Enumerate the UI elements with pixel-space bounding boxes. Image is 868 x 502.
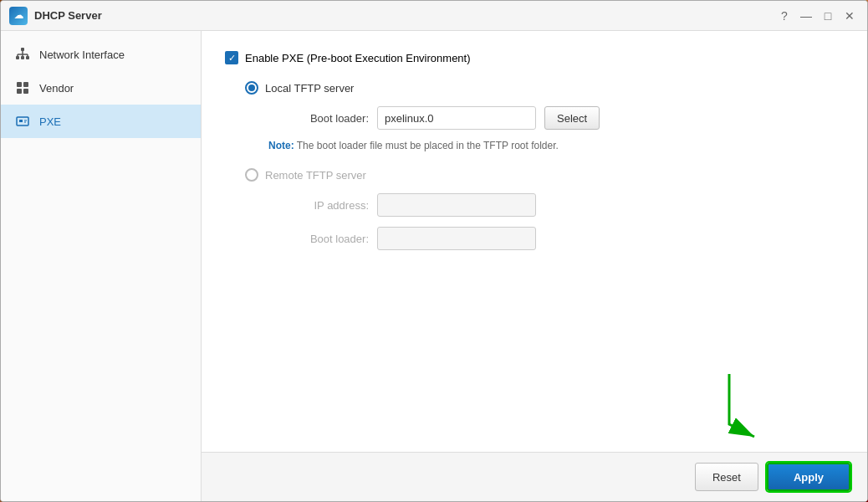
- reset-button[interactable]: Reset: [695, 463, 758, 491]
- sidebar-item-label-pxe: PXE: [39, 115, 61, 128]
- app-icon: ☁: [9, 7, 28, 25]
- window-title: DHCP Server: [34, 9, 775, 22]
- local-tftp-radio[interactable]: [245, 81, 258, 95]
- remote-tftp-fields: IP address: Boot loader:: [268, 193, 844, 250]
- ip-address-row: IP address:: [268, 193, 844, 217]
- dhcp-server-window: ☁ DHCP Server ? — □ ✕: [0, 0, 868, 502]
- local-tftp-row: Local TFTP server: [245, 81, 844, 95]
- help-button[interactable]: ?: [775, 7, 794, 25]
- ip-address-label: IP address:: [268, 199, 369, 212]
- ip-address-input[interactable]: [377, 193, 536, 217]
- sidebar: Network Interface Vendor: [1, 31, 202, 501]
- remote-tftp-label: Remote TFTP server: [265, 169, 366, 182]
- svg-rect-14: [19, 120, 23, 122]
- enable-pxe-label: Enable PXE (Pre-boot Execution Environme…: [245, 52, 471, 64]
- panel-footer: Reset Apply: [202, 452, 867, 501]
- remote-boot-loader-row: Boot loader:: [268, 227, 844, 250]
- radio-group: Local TFTP server Boot loader: Select No…: [245, 81, 844, 250]
- note-content: The boot loader file must be placed in t…: [294, 140, 559, 151]
- apply-button[interactable]: Apply: [767, 463, 850, 491]
- sidebar-item-pxe[interactable]: PXE: [1, 105, 201, 138]
- main-content: Network Interface Vendor: [1, 31, 867, 501]
- sidebar-item-vendor[interactable]: Vendor: [1, 71, 201, 105]
- svg-rect-0: [21, 48, 24, 51]
- boot-loader-label: Boot loader:: [268, 112, 369, 125]
- svg-rect-3: [26, 56, 29, 59]
- remote-boot-loader-input[interactable]: [377, 227, 536, 250]
- maximize-button[interactable]: □: [819, 7, 837, 25]
- boot-loader-input[interactable]: [377, 106, 536, 130]
- titlebar: ☁ DHCP Server ? — □ ✕: [1, 1, 867, 31]
- vendor-icon: [14, 79, 31, 96]
- svg-rect-11: [17, 89, 22, 94]
- enable-pxe-row: ✓ Enable PXE (Pre-boot Execution Environ…: [225, 51, 844, 64]
- pxe-icon: [14, 113, 31, 130]
- remote-tftp-radio[interactable]: [245, 168, 258, 182]
- svg-rect-10: [23, 82, 28, 87]
- svg-rect-1: [16, 56, 19, 59]
- minimize-button[interactable]: —: [797, 7, 815, 25]
- local-tftp-label: Local TFTP server: [265, 82, 354, 95]
- sidebar-item-label-network: Network Interface: [39, 49, 125, 61]
- close-button[interactable]: ✕: [840, 7, 859, 25]
- panel: ✓ Enable PXE (Pre-boot Execution Environ…: [202, 31, 867, 501]
- svg-rect-2: [21, 56, 24, 59]
- sidebar-item-network-interface[interactable]: Network Interface: [1, 38, 201, 71]
- svg-rect-9: [17, 82, 22, 87]
- window-controls: ? — □ ✕: [775, 7, 859, 25]
- panel-body: ✓ Enable PXE (Pre-boot Execution Environ…: [202, 31, 867, 452]
- note-row: Note: The boot loader file must be place…: [268, 140, 844, 151]
- enable-pxe-checkbox[interactable]: ✓: [225, 51, 238, 64]
- svg-rect-12: [23, 89, 28, 94]
- select-button[interactable]: Select: [544, 106, 600, 130]
- note-label: Note:: [268, 140, 294, 151]
- remote-boot-loader-label: Boot loader:: [268, 233, 369, 245]
- remote-tftp-row: Remote TFTP server: [245, 168, 844, 182]
- local-tftp-fields: Boot loader: Select: [268, 106, 844, 130]
- boot-loader-row: Boot loader: Select: [268, 106, 844, 130]
- network-icon: [14, 46, 31, 63]
- sidebar-item-label-vendor: Vendor: [39, 82, 74, 95]
